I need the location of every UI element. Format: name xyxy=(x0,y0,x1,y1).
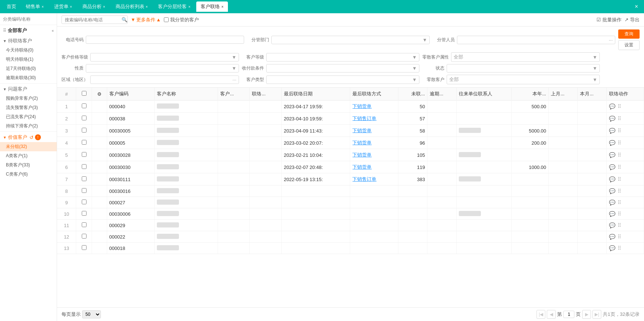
action-grid-icon[interactable]: ⠿ xyxy=(617,222,621,228)
row-checkbox[interactable] xyxy=(82,116,87,120)
sidebar-item-a-class[interactable]: A类客户(1) xyxy=(0,151,57,160)
retail-select[interactable]: 全部 ▼ xyxy=(447,75,600,84)
close-sales-icon[interactable]: × xyxy=(42,5,44,9)
action-phone-icon[interactable]: 💬 xyxy=(609,128,615,134)
nature-select[interactable]: ▼ xyxy=(86,64,239,73)
tab-sales[interactable]: 销售单 × xyxy=(21,1,48,12)
action-phone-icon[interactable]: 💬 xyxy=(609,245,615,251)
action-grid-icon[interactable]: ⠿ xyxy=(617,188,621,194)
sidebar-item-churned[interactable]: 已流失客户(24) xyxy=(0,112,57,121)
row-checkbox[interactable] xyxy=(82,188,87,193)
last-way-link[interactable]: 下销货单 xyxy=(352,164,372,170)
action-phone-icon[interactable]: 💬 xyxy=(609,152,615,158)
sidebar-search-input[interactable] xyxy=(3,17,57,22)
action-phone-icon[interactable]: 💬 xyxy=(609,103,615,109)
reset-button[interactable]: 设置 xyxy=(618,40,640,50)
row-checkbox[interactable] xyxy=(82,234,87,239)
region-select[interactable]: ··· xyxy=(90,75,239,84)
sidebar-item-b-class[interactable]: B类客户(33) xyxy=(0,160,57,170)
row-checkbox[interactable] xyxy=(82,222,87,227)
row-checkbox[interactable] xyxy=(82,176,87,181)
action-grid-icon[interactable]: ⠿ xyxy=(617,128,621,134)
pending-contact-section[interactable]: ▼ 待联络客户 xyxy=(0,36,57,46)
action-phone-icon[interactable]: 💬 xyxy=(609,211,615,217)
action-grid-icon[interactable]: ⠿ xyxy=(617,245,621,251)
action-phone-icon[interactable]: 💬 xyxy=(609,222,615,228)
last-way-link[interactable]: 下销货单 xyxy=(352,128,372,133)
row-checkbox[interactable] xyxy=(82,164,87,169)
last-way-link[interactable]: 下销货单 xyxy=(352,140,372,145)
col-header-settings[interactable]: ⚙ xyxy=(92,88,107,100)
tab-purchase[interactable]: 进货单 × xyxy=(50,1,77,12)
problem-customers-section[interactable]: ▼ 问题客户 xyxy=(0,84,57,94)
row-checkbox[interactable] xyxy=(82,245,87,250)
action-phone-icon[interactable]: 💬 xyxy=(609,164,615,170)
close-segment-icon[interactable]: × xyxy=(188,5,190,9)
phone-input[interactable] xyxy=(86,36,244,44)
row-checkbox[interactable] xyxy=(82,152,87,157)
last-way-link[interactable]: 下销货单 xyxy=(352,152,372,158)
last-way-link[interactable]: 下销货单 xyxy=(352,103,372,109)
tab-analysis-list[interactable]: 商品分析列表 × xyxy=(111,1,152,12)
sidebar-item-declining[interactable]: 持续下滑客户(2) xyxy=(0,121,57,131)
dept-select[interactable]: ▼ xyxy=(271,36,430,44)
close-window-icon[interactable]: × xyxy=(632,3,641,10)
action-phone-icon[interactable]: 💬 xyxy=(609,234,615,240)
more-conditions-btn[interactable]: ▼ 更多条件 ▲ xyxy=(131,17,161,23)
close-purchase-icon[interactable]: × xyxy=(70,5,72,9)
last-page-btn[interactable]: ▶| xyxy=(592,310,601,319)
all-customers-header[interactable]: ⠿ 全部客户 « xyxy=(0,25,57,36)
last-way-link[interactable]: 下销售订单 xyxy=(352,116,376,121)
sidebar-item-tomorrow[interactable]: 明天待联络(1) xyxy=(0,55,57,64)
action-grid-icon[interactable]: ⠿ xyxy=(617,176,621,182)
customer-level-select[interactable]: ▼ xyxy=(266,53,419,61)
sidebar-item-ungroup[interactable]: 未分组(32) xyxy=(0,142,57,151)
action-phone-icon[interactable]: 💬 xyxy=(609,188,615,194)
retail-attr-select[interactable]: 全部 ▼ xyxy=(451,52,600,62)
row-checkbox[interactable] xyxy=(82,103,87,108)
search-input[interactable] xyxy=(65,17,120,22)
tab-analysis[interactable]: 商品分析 × xyxy=(78,1,110,12)
page-input[interactable] xyxy=(563,311,574,318)
action-grid-icon[interactable]: ⠿ xyxy=(617,200,621,205)
my-customers-checkbox[interactable] xyxy=(164,17,169,22)
action-grid-icon[interactable]: ⠿ xyxy=(617,152,621,158)
action-grid-icon[interactable]: ⠿ xyxy=(617,103,621,109)
batch-ops-btn[interactable]: ☑ 批量操作 xyxy=(597,17,622,23)
manager-select[interactable]: ··· xyxy=(457,36,615,44)
last-way-link[interactable]: 下销售订单 xyxy=(352,176,376,182)
next-page-btn[interactable]: ▶ xyxy=(582,310,591,319)
sidebar-item-c-class[interactable]: C类客户(6) xyxy=(0,170,57,179)
action-phone-icon[interactable]: 💬 xyxy=(609,116,615,121)
row-checkbox[interactable] xyxy=(82,211,87,216)
export-btn[interactable]: ↗ 导出 xyxy=(624,17,640,23)
select-all-checkbox[interactable] xyxy=(82,91,87,96)
action-grid-icon[interactable]: ⠿ xyxy=(617,234,621,240)
home-tab[interactable]: 首页 xyxy=(3,3,20,10)
query-button[interactable]: 查询 xyxy=(618,29,640,39)
tab-customer-contact[interactable]: 客户联络 × xyxy=(196,1,228,12)
row-checkbox[interactable] xyxy=(82,200,87,204)
action-grid-icon[interactable]: ⠿ xyxy=(617,211,621,217)
action-phone-icon[interactable]: 💬 xyxy=(609,200,615,205)
close-analysis-list-icon[interactable]: × xyxy=(146,5,148,9)
close-contact-icon[interactable]: × xyxy=(221,5,224,9)
customer-type-select[interactable]: ▼ xyxy=(266,75,419,84)
value-customers-section[interactable]: ▼ 价值客户 ↺ ! xyxy=(0,133,57,142)
price-level-select[interactable]: ▼ xyxy=(90,53,239,61)
sidebar-item-abnormal[interactable]: 囤购异常客户(2) xyxy=(0,94,57,103)
per-page-select[interactable]: 50 100 200 xyxy=(82,310,101,318)
action-grid-icon[interactable]: ⠿ xyxy=(617,164,621,170)
action-phone-icon[interactable]: 💬 xyxy=(609,140,615,146)
action-grid-icon[interactable]: ⠿ xyxy=(617,116,621,121)
tab-customer-segment[interactable]: 客户分层经客 × xyxy=(154,1,195,12)
refresh-icon[interactable]: ↺ xyxy=(29,135,34,140)
close-analysis-icon[interactable]: × xyxy=(103,5,105,9)
status-select[interactable]: ▼ xyxy=(447,64,600,73)
action-phone-icon[interactable]: 💬 xyxy=(609,176,615,182)
sidebar-item-7days[interactable]: 近7天待联络(0) xyxy=(0,64,57,73)
sidebar-item-churning[interactable]: 流失预警客户(3) xyxy=(0,103,57,112)
row-checkbox[interactable] xyxy=(82,128,87,133)
first-page-btn[interactable]: |◀ xyxy=(536,310,545,319)
sidebar-item-today[interactable]: 今天待联络(0) xyxy=(0,46,57,55)
